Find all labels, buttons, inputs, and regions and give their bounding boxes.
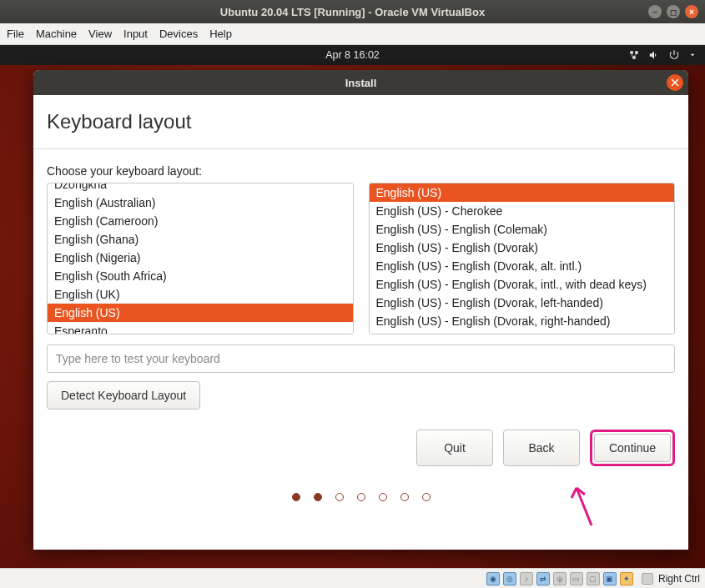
status-cd-icon[interactable]: ◎ [503,572,516,585]
status-display-icon[interactable]: ▢ [587,572,600,585]
choose-layout-label: Choose your keyboard layout: [47,164,675,178]
layout-listbox[interactable]: DzongkhaEnglish (Australian)English (Cam… [47,183,354,334]
installer-close-button[interactable] [667,74,683,91]
guest-desktop: Apr 8 16:02 Install Keyboard layout Choo… [0,45,705,568]
volume-icon [648,49,660,61]
list-item[interactable]: English (US) - English (Dvorak, intl., w… [370,275,675,294]
status-audio-icon[interactable]: ♪ [520,572,533,585]
list-item[interactable]: English (US) - English (Macintosh) [370,330,675,334]
gnome-clock[interactable]: Apr 8 16:02 [325,49,380,61]
detect-layout-button[interactable]: Detect Keyboard Layout [47,381,200,410]
close-icon [671,78,679,87]
chevron-down-icon [688,51,697,59]
minimize-button[interactable]: – [648,5,662,18]
maximize-button[interactable]: ◻ [667,5,680,18]
progress-dot [379,493,387,501]
divider [33,148,688,149]
quit-button[interactable]: Quit [416,430,493,466]
back-button[interactable]: Back [503,430,580,466]
vbox-window-title: Ubuntu 20.04 LTS [Running] - Oracle VM V… [0,6,705,18]
list-item[interactable]: Dzongkha [48,183,353,193]
gnome-system-tray[interactable] [628,49,697,61]
gnome-top-bar: Apr 8 16:02 [0,45,705,65]
menu-devices[interactable]: Devices [159,28,198,40]
list-item[interactable]: Esperanto [48,322,353,334]
list-item[interactable]: English (US) [48,304,353,322]
variant-listbox[interactable]: English (US)English (US) - CherokeeEngli… [369,183,676,334]
list-item[interactable]: English (Australian) [48,193,353,212]
progress-dot [400,493,409,501]
status-guest-additions-icon[interactable]: ✦ [620,572,633,585]
menu-input[interactable]: Input [123,28,148,40]
status-hdd-icon[interactable]: ◉ [486,572,500,585]
test-keyboard-input[interactable] [47,344,675,373]
installer-window: Install Keyboard layout Choose your keyb… [33,70,688,550]
close-button[interactable]: × [685,5,698,18]
menu-view[interactable]: View [88,28,112,40]
list-item[interactable]: English (US) - Cherokee [370,202,675,220]
network-icon [628,49,640,61]
page-title: Keyboard layout [47,110,675,133]
menu-help[interactable]: Help [209,28,232,40]
list-item[interactable]: English (US) - English (Dvorak, alt. int… [370,257,675,275]
list-item[interactable]: English (US) - English (Dvorak, right-ha… [370,312,675,330]
installer-title-text: Install [345,77,377,89]
list-item[interactable]: English (US) [370,183,675,202]
menu-file[interactable]: File [7,28,24,40]
continue-button[interactable]: Continue [594,434,671,462]
list-item[interactable]: English (South Africa) [48,267,353,285]
vbox-titlebar: Ubuntu 20.04 LTS [Running] - Oracle VM V… [0,0,705,23]
menu-machine[interactable]: Machine [36,28,77,40]
vbox-menubar: File Machine View Input Devices Help [0,23,705,45]
progress-dot [292,493,300,501]
power-icon [668,49,680,61]
list-item[interactable]: English (US) - English (Colemak) [370,220,675,239]
status-shared-icon[interactable]: ▭ [570,572,583,585]
progress-dots [47,493,675,501]
vbox-statusbar: ◉ ◎ ♪ ⇄ ψ ▭ ▢ ▣ ✦ Right Ctrl [0,568,705,588]
hostkey-icon [642,573,653,585]
list-item[interactable]: English (Ghana) [48,230,353,249]
progress-dot [335,493,344,501]
list-item[interactable]: English (UK) [48,285,353,304]
list-item[interactable]: English (US) - English (Dvorak, left-han… [370,294,675,312]
progress-dot [357,493,365,501]
status-usb-icon[interactable]: ψ [553,572,567,585]
status-network-icon[interactable]: ⇄ [536,572,550,585]
progress-dot [314,493,322,501]
progress-dot [422,493,431,501]
continue-highlight-annotation: Continue [590,430,675,466]
status-record-icon[interactable]: ▣ [603,572,617,585]
list-item[interactable]: English (US) - English (Dvorak) [370,239,675,257]
list-item[interactable]: English (Nigeria) [48,249,353,267]
installer-titlebar: Install [33,70,688,95]
list-item[interactable]: English (Cameroon) [48,212,353,230]
hostkey-label: Right Ctrl [658,573,700,585]
